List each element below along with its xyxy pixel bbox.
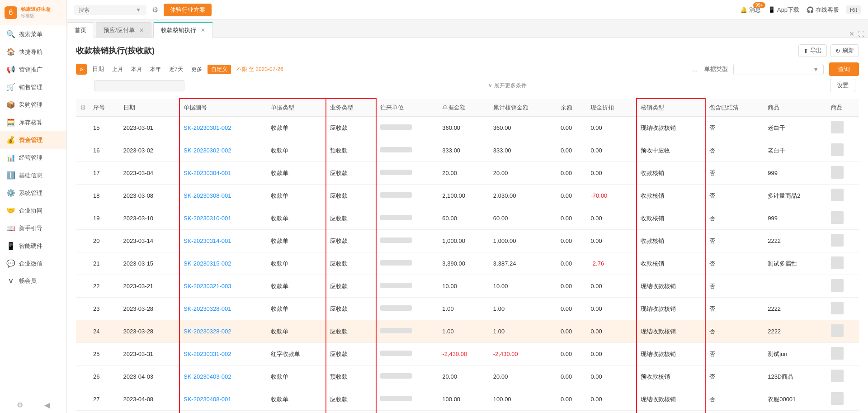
table-row[interactable]: 26 2023-04-03 SK-20230403-002 收款单 预收款 20… <box>76 366 859 388</box>
user-label: Rit <box>850 6 857 13</box>
date-range: 不限 至 2023-07-26 <box>236 66 283 73</box>
refresh-label: 刷新 <box>842 47 854 55</box>
th-include-cleared: 包含已结清 <box>705 99 764 117</box>
table-wrapper: ⚙ 序号 日期 单据编号 单据类型 业务类型 往来单位 单据金额 累计核销金额 … <box>67 98 868 413</box>
sidebar-item-inventory[interactable]: 🧮 库存核算 <box>0 114 66 131</box>
th-doc-no: 单据编号 <box>179 99 267 117</box>
sidebar-item-finance[interactable]: 💰 资金管理 <box>0 131 66 149</box>
tab-collection[interactable]: 收款核销执行 ✕ <box>153 22 213 38</box>
topbar-search-area[interactable]: ▼ <box>74 5 146 15</box>
doc-type-label: 单据类型 <box>704 65 728 73</box>
th-date: 日期 <box>120 99 179 117</box>
settings-bottom-icon[interactable]: ⚙ <box>17 401 23 409</box>
table-row[interactable]: 20 2023-03-14 SK-20230314-001 收款单 应收款 1,… <box>76 230 859 252</box>
th-settings[interactable]: ⚙ <box>76 99 90 117</box>
topbar-search-input[interactable] <box>79 7 133 13</box>
table-row[interactable]: 16 2023-03-02 SK-20230302-002 收款单 预收款 33… <box>76 139 859 162</box>
table-row[interactable]: 21 2023-03-15 SK-20230315-002 收款单 应收款 3,… <box>76 252 859 275</box>
export-button[interactable]: ⬆ 导出 <box>798 44 827 57</box>
sidebar-item-label: 企业微信 <box>19 260 42 268</box>
table-row[interactable]: 25 2023-03-31 SK-20230331-002 红字收款单 应收款 … <box>76 343 859 366</box>
sidebar-item-basic[interactable]: ℹ️ 基础信息 <box>0 166 66 184</box>
filter-expand-btn[interactable]: ∨ 展开更多条件 <box>488 82 527 90</box>
sidebar-item-member[interactable]: V 畅会员 <box>0 272 66 290</box>
date-this-year[interactable]: 本年 <box>147 65 164 74</box>
topbar-online-service[interactable]: 🎧 在线客服 <box>807 6 839 14</box>
topbar-dropdown-icon[interactable]: ▼ <box>136 7 141 13</box>
logo-name: 畅康道好生意 <box>21 6 51 12</box>
sidebar-item-label: 智能硬件 <box>19 242 42 250</box>
column-settings-icon[interactable]: ⚙ <box>80 104 86 111</box>
filter-toggle[interactable]: » <box>76 64 87 75</box>
topbar-app-download[interactable]: 📱 App下载 <box>768 6 799 14</box>
sidebar-item-label: 采购管理 <box>19 101 42 109</box>
date-custom[interactable]: 自定义 <box>208 65 231 74</box>
tab-collection-close[interactable]: ✕ <box>201 27 205 33</box>
table-row[interactable]: 24 2023-03-28 SK-20230328-002 收款单 应收款 1.… <box>76 320 859 343</box>
tab-payable-label: 预应/应付单 <box>104 26 135 34</box>
sidebar-item-label: 营销推广 <box>19 66 42 74</box>
sidebar-item-label: 搜索菜单 <box>19 30 42 38</box>
table-row[interactable]: 15 2023-03-01 SK-20230301-002 收款单 应收款 36… <box>76 117 859 139</box>
expand-label: 展开更多条件 <box>494 82 527 90</box>
th-cash-discount: 现金折扣 <box>587 99 636 117</box>
tab-maximize-icon[interactable]: ⛶ <box>858 30 864 38</box>
th-biz-type: 业务类型 <box>326 99 376 117</box>
sidebar-item-search[interactable]: 🔍 搜索菜单 <box>0 25 66 43</box>
table-row[interactable]: 23 2023-03-28 SK-20230328-001 收款单 应收款 1.… <box>76 298 859 320</box>
refresh-button[interactable]: ↻ 刷新 <box>830 44 859 57</box>
data-table: ⚙ 序号 日期 单据编号 单据类型 业务类型 往来单位 单据金额 累计核销金额 … <box>76 98 859 413</box>
sidebar-item-quick[interactable]: 🏠 快捷导航 <box>0 43 66 61</box>
sidebar-item-label: 销售管理 <box>19 83 42 91</box>
settings-button[interactable]: 设置 <box>830 79 855 92</box>
tab-collection-label: 收款核销执行 <box>161 26 196 34</box>
table-row[interactable]: 28 2023-04-18 SK-20230418-001 收款单 应收款 10… <box>76 411 859 413</box>
sidebar-item-system[interactable]: ⚙️ 系统管理 <box>0 184 66 202</box>
date-7days[interactable]: 近7天 <box>166 65 186 74</box>
purchase-icon: 📦 <box>6 100 15 109</box>
filter-toggle-icon: » <box>80 66 83 73</box>
sidebar-item-marketing[interactable]: 📢 营销推广 <box>0 61 66 78</box>
sidebar-item-purchase[interactable]: 📦 采购管理 <box>0 96 66 114</box>
date-more[interactable]: 更多 <box>189 65 205 74</box>
table-row[interactable]: 17 2023-03-04 SK-20230304-001 收款单 应收款 20… <box>76 162 859 185</box>
partner-dots: … <box>691 65 699 73</box>
th-write-off-type: 核销类型 <box>637 99 705 117</box>
sidebar-item-wechat[interactable]: 💬 企业微信 <box>0 255 66 272</box>
table-row[interactable]: 19 2023-03-10 SK-20230310-001 收款单 应收款 60… <box>76 207 859 230</box>
sidebar-item-guide[interactable]: 📖 新手引导 <box>0 219 66 237</box>
table-row[interactable]: 27 2023-04-08 SK-20230408-001 收款单 应收款 10… <box>76 388 859 411</box>
sidebar-item-label: 新手引导 <box>19 224 42 233</box>
table-row[interactable]: 22 2023-03-21 SK-20230321-003 收款单 应收款 10… <box>76 275 859 298</box>
search-icon: 🔍 <box>6 30 15 38</box>
page-header: 收款核销执行(按收款) ⬆ 导出 ↻ 刷新 <box>67 38 868 57</box>
topbar: ▼ ⚙ 体验行业方案 🔔 消息 99+ 📱 App下载 🎧 在线客服 Rit <box>67 0 868 20</box>
date-last-month[interactable]: 上月 <box>109 65 126 74</box>
th-cum-amount: 累计核销金额 <box>490 99 557 117</box>
sidebar-item-enterprise[interactable]: 🤝 企业协同 <box>0 202 66 219</box>
topbar-user[interactable]: Rit <box>846 5 861 14</box>
solution-button[interactable]: 体验行业方案 <box>164 4 212 16</box>
sidebar-item-label: 基础信息 <box>19 171 42 180</box>
doc-type-select[interactable]: ▼ <box>733 64 824 75</box>
sales-icon: 🛒 <box>6 83 15 91</box>
table-row[interactable]: 18 2023-03-08 SK-20230308-001 收款单 应收款 2,… <box>76 185 859 207</box>
tab-payable-close[interactable]: ✕ <box>139 27 144 33</box>
tab-close-all-icon[interactable]: ✕ <box>849 30 854 38</box>
collapse-icon[interactable]: ◀ <box>44 401 50 409</box>
sidebar-item-sales[interactable]: 🛒 销售管理 <box>0 78 66 96</box>
logo-badge: 标推版 <box>21 13 51 19</box>
date-this-month[interactable]: 本月 <box>128 65 145 74</box>
sidebar-item-hardware[interactable]: 📱 智能硬件 <box>0 237 66 255</box>
topbar-messages[interactable]: 🔔 消息 99+ <box>740 6 761 14</box>
th-partner: 往来单位 <box>376 99 439 117</box>
tab-home[interactable]: 首页 <box>67 22 94 38</box>
main-content: ▼ ⚙ 体验行业方案 🔔 消息 99+ 📱 App下载 🎧 在线客服 Rit <box>67 0 868 413</box>
partner-input[interactable] <box>94 80 184 91</box>
sidebar-bottom: ⚙ ◀ <box>0 397 66 413</box>
query-button[interactable]: 查询 <box>829 62 859 76</box>
tab-payable[interactable]: 预应/应付单 ✕ <box>96 22 151 38</box>
sidebar-item-operations[interactable]: 📊 经营管理 <box>0 149 66 166</box>
service-label: 在线客服 <box>816 6 839 14</box>
topbar-settings-icon[interactable]: ⚙ <box>152 5 158 14</box>
